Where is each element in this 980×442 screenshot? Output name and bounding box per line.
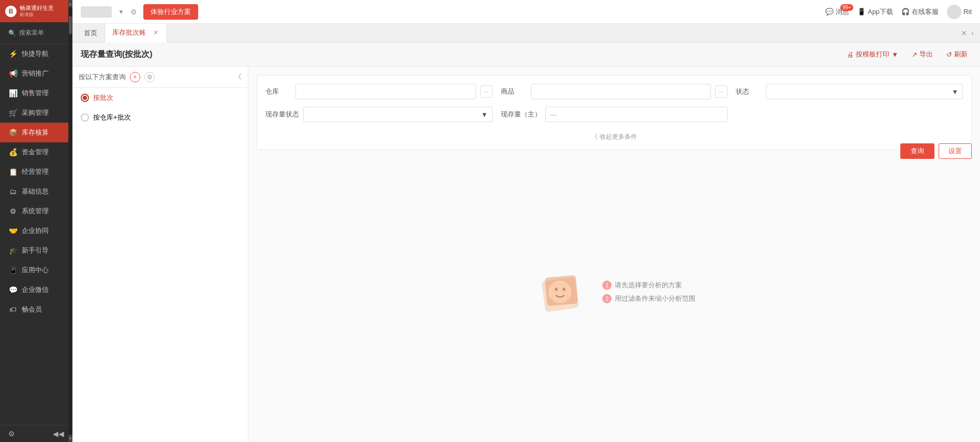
print-template-btn[interactable]: 🖨 按模板打印 ▼ [843,48,902,61]
status-label: 状态 [736,87,762,96]
product-field: 商品 ··· [501,84,728,99]
main-area: ▼ ⚙ 体验行业方案 💬 消息 99+ 📱 App下载 🎧 在线客服 Rit [72,0,980,442]
svg-point-4 [562,288,566,291]
try-industry-btn[interactable]: 体验行业方案 [143,4,198,20]
sidebar-label-collab: 企业协同 [22,226,49,235]
settings-btn[interactable]: 设置 [939,143,972,159]
collapse-more-conditions[interactable]: 《 收起更多条件 [265,129,963,141]
scroll-thumb[interactable] [69,16,72,34]
sidebar-label-marketing: 营销推广 [22,69,49,78]
collapse-filter-panel-btn[interactable]: 《 [234,72,242,82]
sidebar-item-system[interactable]: ⚙ 系统管理 [0,201,68,221]
printer-icon: 🖨 [847,51,854,58]
print-dropdown-icon: ▼ [892,51,898,58]
product-input[interactable] [531,84,711,99]
online-support-item[interactable]: 🎧 在线客服 [901,7,939,17]
sidebar-item-basics[interactable]: 🗂 基础信息 [0,182,68,201]
add-filter-btn[interactable]: + [130,72,140,82]
panel-chevron-btn[interactable]: › [971,29,974,37]
tab-home-label: 首页 [84,28,97,38]
stock-qty-label: 现存量（主） [501,110,541,119]
filter-row-1: 仓库 ··· 商品 ··· 状态 [265,84,963,99]
step1-num: 1 [602,281,612,290]
messages-item[interactable]: 💬 消息 99+ [825,7,849,17]
filter-item-warehouse-batch-label: 按仓库+批次 [93,113,131,122]
search-menu-btn[interactable]: 🔍 搜索菜单 [5,26,67,39]
stock-status-select[interactable]: ▼ [303,107,493,122]
collapse-sidebar-icon[interactable]: ◀◀ [53,430,64,438]
sidebar-item-newbie[interactable]: 🎓 新手引导 [0,241,68,260]
sidebar-item-marketing[interactable]: 📢 营销推广 [0,64,68,83]
empty-step-2: 2 用过滤条件来缩小分析范围 [602,292,695,305]
breadcrumb-placeholder [81,6,112,18]
sidebar-item-sales[interactable]: 📊 销售管理 [0,83,68,103]
tab-home[interactable]: 首页 [77,24,105,42]
topbar-left: ▼ ⚙ 体验行业方案 [81,4,198,20]
sidebar-footer: ⚙ ◀◀ [0,425,68,442]
filter-item-batch[interactable]: 按批次 [72,88,248,108]
settings-icon[interactable]: ⚙ [8,430,15,438]
tab-panel-controls: ✕ › [961,29,976,37]
user-item[interactable]: Rit [947,5,972,19]
print-label: 按模板打印 [856,50,889,59]
breadcrumb-dropdown[interactable]: ▼ [118,8,124,16]
app-download-item[interactable]: 📱 App下载 [857,7,893,17]
inventory-icon: 📦 [8,128,18,137]
status-field: 状态 ▼ [736,84,963,99]
sidebar-item-collab[interactable]: 🤝 企业协同 [0,221,68,241]
tab-inventory-batch[interactable]: 库存批次账 ✕ [105,24,167,42]
sidebar-scrollbar[interactable]: ▲ ▼ [68,0,72,442]
messages-icon: 💬 [825,8,834,16]
app-logo: B [5,6,17,17]
sidebar-label-quick-nav: 快捷导航 [22,49,49,58]
sidebar-item-member[interactable]: 🏷 畅会员 [0,300,68,319]
filter-item-batch-label: 按批次 [93,93,113,102]
refresh-btn[interactable]: ↺ 刷新 [942,48,972,61]
apps-icon: 📱 [8,266,18,275]
panel-close-btn[interactable]: ✕ [961,29,967,37]
stock-status-field: 现存量状态 ▼ [265,107,493,122]
svg-point-2 [548,281,571,303]
system-icon: ⚙ [8,207,18,216]
filter-settings-btn[interactable]: ⚙ [144,72,155,82]
stock-status-arrow: ▼ [481,111,488,119]
query-btn[interactable]: 查询 [900,143,934,159]
body-area: 按以下方案查询 + ⚙ 《 按批次 按仓库+批次 [72,67,980,442]
sidebar-label-inventory: 库存核算 [22,128,49,137]
sidebar-item-apps[interactable]: 📱 应用中心 [0,260,68,280]
empty-text: 1 请先选择要分析的方案 2 用过滤条件来缩小分析范围 [602,278,695,305]
sidebar-item-quick-nav[interactable]: ⚡ 快捷导航 [0,44,68,64]
status-select[interactable]: ▼ [766,84,963,99]
export-icon: ↗ [912,51,917,58]
tab-close-btn[interactable]: ✕ [152,29,159,36]
product-label: 商品 [501,87,527,96]
sidebar-label-purchase: 采购管理 [22,108,49,117]
export-btn[interactable]: ↗ 导出 [908,48,937,61]
sidebar-item-finance[interactable]: 💰 资金管理 [0,142,68,162]
app-name: 畅康通好生意 [20,4,54,11]
wechat-icon: 💬 [8,285,18,294]
user-name: Rit [963,8,972,16]
page-actions: 🖨 按模板打印 ▼ ↗ 导出 ↺ 刷新 [843,48,972,61]
sidebar-item-operation[interactable]: 📋 经营管理 [0,162,68,182]
warehouse-input[interactable] [295,84,476,99]
topbar-gear-icon[interactable]: ⚙ [130,8,137,16]
filter-form: 仓库 ··· 商品 ··· 状态 [257,75,972,150]
filter-item-warehouse-batch[interactable]: 按仓库+批次 [72,108,248,127]
product-more-btn[interactable]: ··· [715,85,727,98]
scroll-down-arrow[interactable]: ▼ [68,435,72,442]
sidebar-label-sales: 销售管理 [22,89,49,98]
radio-warehouse-batch-icon [81,113,89,122]
sidebar-label-system: 系统管理 [22,207,49,216]
sidebar-item-wechat[interactable]: 💬 企业微信 [0,280,68,300]
sidebar: B 畅康通好生意 标准版 🔍 搜索菜单 ⚡ 快捷导航 [0,0,72,442]
sidebar-search-area[interactable]: 🔍 搜索菜单 [0,22,68,44]
scroll-up-arrow[interactable]: ▲ [68,0,72,7]
warehouse-more-btn[interactable]: ··· [480,85,493,98]
sidebar-item-purchase[interactable]: 🛒 采购管理 [0,103,68,123]
export-label: 导出 [919,50,933,59]
stock-qty-placeholder: — [550,111,557,119]
filter-row-2: 现存量状态 ▼ 现存量（主） — [265,107,963,122]
sidebar-item-inventory[interactable]: 📦 库存核算 [0,123,68,142]
page-header: 现存量查询(按批次) 🖨 按模板打印 ▼ ↗ 导出 ↺ 刷新 [72,42,980,67]
